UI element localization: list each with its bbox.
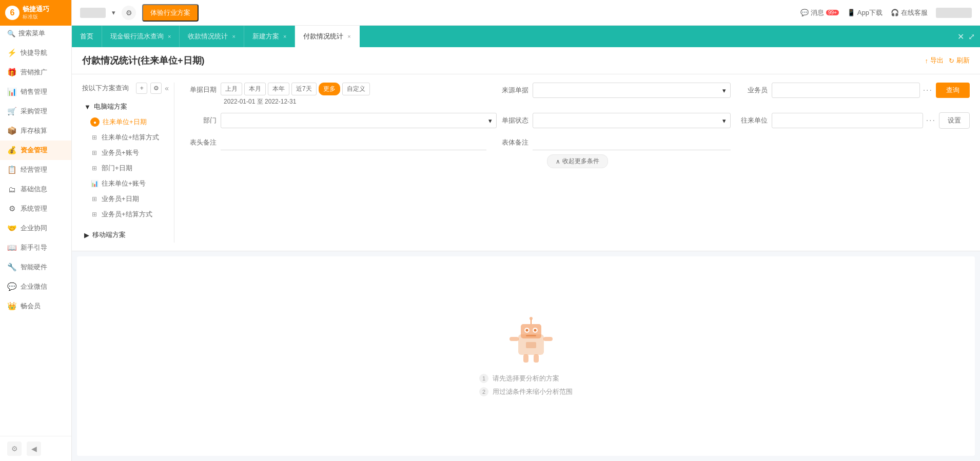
- sidebar-item-label: 智能硬件: [21, 263, 47, 272]
- scheme-item-staff-date[interactable]: ⊞ 业务员+日期: [82, 191, 169, 207]
- collapse-sidebar-btn[interactable]: ◀: [27, 442, 41, 456]
- this-month-btn[interactable]: 本月: [244, 83, 266, 95]
- empty-illustration: [500, 316, 552, 368]
- scheme-item-partner-settle[interactable]: ⊞ 往来单位+结算方式: [82, 130, 169, 145]
- dept-select[interactable]: ▾: [221, 113, 497, 128]
- scheme-collapse-btn[interactable]: «: [165, 84, 169, 92]
- source-bill-arrow: ▾: [722, 87, 726, 94]
- salesperson-ellipsis[interactable]: ···: [923, 86, 933, 95]
- table-body-note-label: 表体备注: [497, 138, 533, 147]
- company-dropdown[interactable]: ▾: [112, 9, 115, 16]
- logo-sub: 标准版: [23, 13, 49, 21]
- mobile-group-header[interactable]: ▶ 移动端方案: [82, 227, 169, 243]
- message-btn[interactable]: 💬 消息 99+: [800, 8, 839, 17]
- logo-icon: 6: [5, 6, 19, 20]
- add-scheme-btn[interactable]: +: [136, 83, 147, 94]
- sidebar-item-basic[interactable]: 🗂 基础信息: [0, 179, 71, 199]
- scheme-item-partner-date[interactable]: ● 往来单位+日期: [82, 114, 169, 130]
- sidebar-item-finance[interactable]: 💰 资金管理: [0, 141, 71, 160]
- bill-status-select[interactable]: ▾: [533, 113, 731, 128]
- date-range: 2022-01-01 至 2022-12-31: [224, 97, 370, 106]
- tab-receivable[interactable]: 收款情况统计 ×: [180, 26, 244, 47]
- filter-panel: 按以下方案查询 + ⚙ « ▼ 电脑端方案 ● 往来单位+日期: [72, 74, 980, 251]
- last-month-btn[interactable]: 上月: [221, 83, 242, 95]
- scheme-table-icon-2: ⊞: [90, 149, 99, 157]
- scheme-panel: 按以下方案查询 + ⚙ « ▼ 电脑端方案 ● 往来单位+日期: [82, 83, 174, 243]
- sidebar-item-system[interactable]: ⚙ 系统管理: [0, 199, 71, 218]
- user-avatar[interactable]: [936, 8, 972, 18]
- sidebar-item-quick-nav[interactable]: ⚡ 快捷导航: [0, 43, 71, 63]
- sidebar-item-purchase[interactable]: 🛒 采购管理: [0, 102, 71, 121]
- svg-point-5: [534, 329, 537, 331]
- sidebar-item-member[interactable]: 👑 畅会员: [0, 296, 71, 316]
- source-bill-select[interactable]: ▾: [533, 83, 731, 98]
- collapse-more-btn[interactable]: ∧ 收起更多条件: [547, 154, 608, 168]
- scheme-item-dept-date[interactable]: ⊞ 部门+日期: [82, 161, 169, 176]
- online-service-btn[interactable]: 🎧 在线客服: [891, 8, 928, 17]
- tab-new-scheme-close[interactable]: ×: [283, 33, 286, 39]
- svg-point-4: [526, 329, 528, 331]
- sidebar: 6 畅捷通巧 标准版 🔍 搜索菜单 ⚡ 快捷导航 🎁 营销推广 📊 销售管理 🛒…: [0, 0, 72, 461]
- tab-payment-stats[interactable]: 付款情况统计 ×: [295, 26, 359, 47]
- basic-icon: 🗂: [7, 185, 16, 194]
- tab-receivable-close[interactable]: ×: [232, 33, 235, 39]
- refresh-btn[interactable]: ↻ 刷新: [949, 56, 970, 65]
- sidebar-item-label: 系统管理: [21, 204, 47, 213]
- sidebar-item-operations[interactable]: 📋 经营管理: [0, 160, 71, 179]
- settings-btn[interactable]: 设置: [939, 112, 970, 129]
- pc-group-header[interactable]: ▼ 电脑端方案: [82, 99, 169, 114]
- app-download-btn[interactable]: 📱 App下载: [847, 8, 883, 17]
- sidebar-item-label: 销售管理: [21, 87, 47, 96]
- scheme-item-staff-settle[interactable]: ⊞ 业务员+结算方式: [82, 207, 169, 222]
- scheme-active-icon: ●: [90, 117, 100, 127]
- collapse-sidebar-icon: ◀: [31, 445, 37, 453]
- empty-hint-1-label: 请先选择要分析的方案: [493, 374, 559, 383]
- more-btn[interactable]: 更多: [319, 83, 340, 95]
- scheme-settings-btn[interactable]: ⚙: [150, 83, 162, 94]
- scheme-table-icon-5: ⊞: [90, 210, 99, 218]
- partner-input[interactable]: [772, 113, 923, 128]
- salesperson-input[interactable]: [772, 83, 920, 98]
- tab-new-scheme[interactable]: 新建方案 ×: [244, 26, 295, 47]
- export-btn[interactable]: ↑ 导出: [925, 56, 944, 65]
- operations-icon: 📋: [7, 165, 16, 174]
- wechat-icon: 💬: [7, 282, 16, 291]
- bill-status-arrow: ▾: [722, 117, 726, 125]
- search-menu[interactable]: 🔍 搜索菜单: [0, 26, 71, 41]
- topbar-gear-btn[interactable]: ⚙: [122, 6, 136, 20]
- guide-icon: 📖: [7, 243, 16, 252]
- sidebar-item-inventory[interactable]: 📦 库存核算: [0, 121, 71, 141]
- scheme-item-staff-account[interactable]: ⊞ 业务员+账号: [82, 145, 169, 161]
- search-icon: 🔍: [7, 30, 15, 37]
- sidebar-item-wechat[interactable]: 💬 企业微信: [0, 277, 71, 296]
- empty-num-2: 2: [479, 387, 488, 396]
- last-7days-btn[interactable]: 近7天: [291, 83, 317, 95]
- trial-btn[interactable]: 体验行业方案: [142, 4, 199, 22]
- this-year-btn[interactable]: 本年: [268, 83, 289, 95]
- sidebar-item-sales[interactable]: 📊 销售管理: [0, 82, 71, 102]
- custom-btn[interactable]: 自定义: [342, 83, 370, 95]
- tab-bank-flow-close[interactable]: ×: [168, 33, 171, 39]
- tab-home-label: 首页: [80, 32, 93, 41]
- sidebar-item-enterprise[interactable]: 🤝 企业协同: [0, 218, 71, 238]
- query-btn[interactable]: 查询: [936, 83, 970, 98]
- tab-bank-flow[interactable]: 现金银行流水查询 ×: [102, 26, 180, 47]
- tab-home[interactable]: 首页: [72, 26, 102, 47]
- search-menu-label: 搜索菜单: [18, 29, 45, 38]
- dept-arrow: ▾: [488, 117, 492, 125]
- close-all-tabs-btn[interactable]: ✕: [957, 32, 964, 42]
- tab-new-scheme-label: 新建方案: [252, 32, 279, 41]
- settings-footer-btn[interactable]: ⚙: [7, 442, 22, 456]
- expand-btn[interactable]: ⤢: [968, 32, 975, 42]
- sidebar-logo: 6 畅捷通巧 标准版: [0, 0, 71, 26]
- scheme-item-label: 往来单位+账号: [102, 179, 146, 188]
- scheme-item-partner-account[interactable]: 📊 往来单位+账号: [82, 176, 169, 191]
- purchase-icon: 🛒: [7, 107, 16, 116]
- sidebar-nav: ⚡ 快捷导航 🎁 营销推广 📊 销售管理 🛒 采购管理 📦 库存核算 💰 资金管…: [0, 41, 71, 436]
- partner-ellipsis[interactable]: ···: [926, 116, 936, 125]
- sidebar-item-marketing[interactable]: 🎁 营销推广: [0, 63, 71, 82]
- sidebar-item-hardware[interactable]: 🔧 智能硬件: [0, 257, 71, 277]
- page-title: 付款情况统计(往来单位+日期): [82, 54, 205, 67]
- sidebar-item-guide[interactable]: 📖 新手引导: [0, 238, 71, 257]
- tab-payment-stats-close[interactable]: ×: [347, 33, 350, 39]
